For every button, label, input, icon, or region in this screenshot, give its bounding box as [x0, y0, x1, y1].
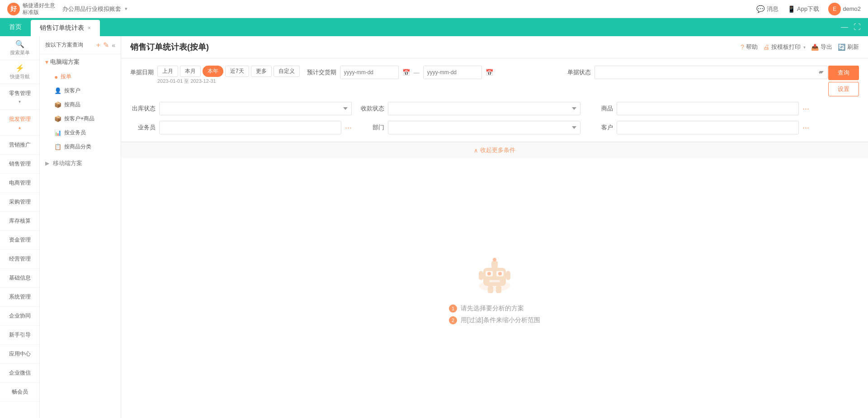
breadcrumb: 办公用品行业模拟账套	[62, 5, 121, 13]
settings-button[interactable]: 设置	[828, 82, 859, 96]
export-action[interactable]: 📤 导出	[811, 43, 832, 51]
query-button[interactable]: 查询	[828, 66, 859, 80]
customer-input[interactable]	[617, 121, 799, 134]
sidebar-item-basic[interactable]: 基础信息	[0, 269, 39, 288]
collapse-label: 收起更多条件	[480, 146, 515, 154]
svg-rect-6	[489, 280, 500, 282]
collect-status-select[interactable]	[388, 102, 580, 115]
main-layout: 🔍 搜索菜单 ⚡ 快捷导航 零售管理 ▾ 批发管理 ▴ 营销推广 销售管理 电商…	[0, 36, 868, 418]
panel-add-icon[interactable]: +	[96, 41, 100, 49]
message-action[interactable]: 💬 消息	[756, 5, 778, 13]
sidebar-item-ecommerce[interactable]: 电商管理	[0, 174, 39, 193]
sidebar-wholesale-arrow: ▴	[19, 125, 21, 130]
date-btn-this-month[interactable]: 本月	[180, 66, 201, 77]
user-area[interactable]: E demo2	[828, 3, 861, 15]
sidebar-item-enterprise[interactable]: 企业协同	[0, 307, 39, 326]
top-bar: 好 畅捷通好生意 标准版 办公用品行业模拟账套 ▾ 💬 消息 📱 App下载 E…	[0, 0, 868, 18]
tree-node-by-customer[interactable]: 👤 按客户	[51, 84, 121, 98]
logo-area: 好 畅捷通好生意 标准版	[7, 2, 55, 15]
panel-collapse-icon[interactable]: «	[112, 42, 115, 49]
by-goods-icon: 📦	[54, 101, 61, 108]
sidebar-item-sales[interactable]: 销售管理	[0, 155, 39, 174]
date-btn-custom[interactable]: 自定义	[274, 66, 300, 77]
sidebar-item-wechat[interactable]: 企业微信	[0, 364, 39, 383]
date-btn-7days[interactable]: 近7天	[225, 66, 249, 77]
out-status-select[interactable]	[159, 102, 352, 115]
sidebar: 🔍 搜索菜单 ⚡ 快捷导航 零售管理 ▾ 批发管理 ▴ 营销推广 销售管理 电商…	[0, 36, 40, 418]
sales-input[interactable]	[159, 121, 341, 134]
empty-tip-2: 2 用[过滤]条件来缩小分析范围	[449, 316, 540, 324]
tab-close-icon[interactable]: ×	[88, 25, 91, 31]
customer-label: 客户	[588, 124, 613, 132]
filter-area: 单据日期 上月 本月 本年 近7天 更多 自定义 2023-01-01 至 20…	[121, 58, 868, 142]
sidebar-quick-nav[interactable]: ⚡ 快捷导航	[0, 60, 39, 84]
date-btn-this-year[interactable]: 本年	[203, 66, 223, 77]
svg-point-8	[493, 258, 496, 261]
download-icon: 📱	[788, 5, 795, 13]
left-panel: 按以下方案查询 + ✎ « ▾ 电脑端方案 ● 按单 👤 按客户	[40, 36, 121, 418]
sidebar-item-finance[interactable]: 资金管理	[0, 231, 39, 250]
tree-node-by-goods[interactable]: 📦 按商品	[51, 98, 121, 112]
sidebar-item-appstore[interactable]: 应用中心	[0, 345, 39, 364]
date-btn-last-month[interactable]: 上月	[157, 66, 178, 77]
sidebar-item-newuser[interactable]: 新手引导	[0, 326, 39, 345]
date-range-text: 2023-01-01 至 2023-12-31	[157, 78, 300, 85]
tab-sales-order-stats[interactable]: 销售订单统计表 ×	[31, 20, 100, 36]
sidebar-item-purchase[interactable]: 采购管理	[0, 193, 39, 212]
panel-edit-icon[interactable]: ✎	[103, 41, 109, 49]
print-dropdown-icon[interactable]: ▾	[803, 45, 806, 50]
tree-node-by-sales[interactable]: 📊 按业务员	[51, 126, 121, 140]
by-sales-icon: 📊	[54, 129, 61, 136]
sidebar-item-retail[interactable]: 零售管理 ▾	[0, 84, 39, 110]
minimize-icon[interactable]: —	[841, 23, 848, 31]
empty-state-icon	[472, 252, 517, 297]
tree-node-by-order[interactable]: ● 按单	[51, 70, 121, 84]
status-label: 单据状态	[567, 68, 591, 76]
template-print-action[interactable]: 🖨 按模板打印 ▾	[763, 43, 806, 51]
page-title: 销售订单统计表(按单)	[130, 42, 209, 52]
mobile-section-header[interactable]: ▶ 移动端方案	[40, 156, 121, 171]
tree-node-by-category[interactable]: 📋 按商品分类	[51, 140, 121, 154]
logo-icon: 好	[7, 3, 20, 15]
sidebar-item-wholesale[interactable]: 批发管理 ▴	[0, 110, 39, 136]
expected-date-end-input[interactable]	[423, 66, 482, 79]
calendar-icon-start[interactable]: 📅	[402, 69, 410, 76]
svg-point-4	[487, 272, 491, 276]
by-order-icon: ●	[54, 73, 58, 81]
dept-select[interactable]	[388, 121, 580, 134]
sidebar-item-operations[interactable]: 经营管理	[0, 250, 39, 269]
svg-rect-7	[491, 261, 498, 268]
sidebar-retail-arrow: ▾	[19, 99, 21, 104]
empty-state: 1 请先选择要分析的方案 2 用[过滤]条件来缩小分析范围	[121, 158, 868, 418]
sales-dots-icon[interactable]: ···	[345, 123, 352, 133]
expected-date-start-input[interactable]	[340, 66, 399, 79]
sidebar-item-system[interactable]: 系统管理	[0, 288, 39, 307]
maximize-icon[interactable]: ⛶	[854, 23, 861, 31]
date-label: 单据日期	[130, 66, 154, 79]
customer-dots-icon[interactable]: ···	[802, 123, 809, 133]
collapse-bar[interactable]: ∧ 收起更多条件	[121, 142, 868, 158]
refresh-action[interactable]: 🔄 刷新	[838, 43, 859, 51]
export-icon: 📤	[811, 43, 819, 51]
sidebar-item-inventory[interactable]: 库存核算	[0, 212, 39, 231]
status-select[interactable]	[594, 66, 828, 79]
calendar-icon-end[interactable]: 📅	[486, 69, 493, 76]
sidebar-item-member[interactable]: 畅会员	[0, 383, 39, 402]
collect-status-label: 收款状态	[359, 104, 384, 113]
goods-input[interactable]	[617, 102, 799, 115]
svg-rect-11	[488, 286, 493, 293]
sidebar-retail-label: 零售管理	[9, 90, 31, 97]
sidebar-item-marketing[interactable]: 营销推广	[0, 136, 39, 155]
pc-section-header[interactable]: ▾ 电脑端方案	[40, 54, 121, 70]
dept-label: 部门	[359, 124, 384, 132]
tab-home[interactable]: 首页	[0, 18, 31, 36]
app-download-action[interactable]: 📱 App下载	[788, 5, 819, 13]
goods-dots-icon[interactable]: ···	[802, 104, 809, 114]
by-customer-icon: 👤	[54, 87, 61, 94]
date-btn-more[interactable]: 更多	[251, 66, 272, 77]
sidebar-search[interactable]: 🔍 搜索菜单	[0, 36, 39, 60]
tree-node-by-customer-goods[interactable]: 📦 按客户+商品	[51, 112, 121, 126]
breadcrumb-dropdown[interactable]: ▾	[125, 6, 127, 12]
sales-block: 业务员 ···	[130, 121, 352, 134]
help-action[interactable]: ? 帮助	[741, 43, 758, 51]
